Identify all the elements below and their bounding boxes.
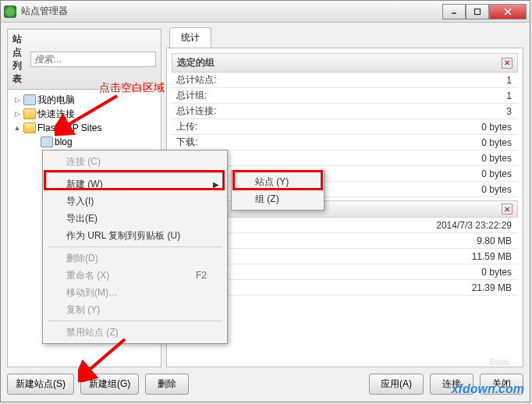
site-icon <box>41 136 53 147</box>
new-group-button[interactable]: 新建组(G) <box>80 374 139 395</box>
ctx-disable-site: 禁用站点 (Z) <box>44 324 225 341</box>
folder-icon <box>23 108 36 119</box>
group-header-selected: 选定的组 ✕ <box>172 53 518 73</box>
tree-item-blog[interactable]: blog <box>9 135 159 149</box>
ctx-import[interactable]: 导入(I) <box>44 193 225 210</box>
tab-bar: 统计 <box>166 29 523 48</box>
prop-row: 总计连接:3 <box>172 104 518 119</box>
tab-stats[interactable]: 统计 <box>169 27 211 48</box>
search-input[interactable] <box>30 51 156 67</box>
expand-icon[interactable]: ▷ <box>12 95 22 105</box>
ctx-rename: 重命名 (X)F2 <box>44 267 225 284</box>
expand-icon[interactable]: ▷ <box>12 109 22 119</box>
site-list-header: 站点列表 <box>12 33 24 86</box>
svg-rect-1 <box>475 9 481 14</box>
connect-button[interactable]: 连接 <box>430 374 473 395</box>
titlebar: 站点管理器 <box>1 1 530 23</box>
close-button[interactable] <box>489 4 527 19</box>
collapse-icon[interactable]: ▲ <box>12 123 22 133</box>
tree-item-quick-connect[interactable]: ▷ 快速连接 <box>9 107 159 121</box>
tree-item-my-computer[interactable]: ▷ 我的电脑 <box>9 93 159 107</box>
ctx-delete: 删除(D) <box>44 250 225 267</box>
prop-row: 总计组:1 <box>172 88 518 104</box>
clear-icon[interactable]: ✕ <box>502 58 512 69</box>
tree-item-flashfxp-sites[interactable]: ▲ FlashFXP Sites <box>9 121 159 135</box>
ctx-new-group[interactable]: 组 (Z) <box>233 190 322 207</box>
context-menu[interactable]: 连接 (C) 新建 (W)▶ 导入(I) 导出(E) 作为 URL 复制到剪贴板… <box>42 150 228 344</box>
prop-row: 下载:0 bytes <box>172 135 518 151</box>
window-title: 站点管理器 <box>21 5 442 18</box>
ctx-export[interactable]: 导出(E) <box>44 210 225 227</box>
computer-icon <box>23 94 36 105</box>
folder-icon <box>23 122 36 133</box>
footer-buttons: 新建站点(S) 新建组(G) 删除 应用(A) 连接 关闭 <box>7 372 523 395</box>
ctx-copy: 复制 (Y) <box>44 301 225 318</box>
tree-label: 我的电脑 <box>37 94 75 107</box>
apply-button[interactable]: 应用(A) <box>369 374 424 395</box>
tree-label: FlashFXP Sites <box>37 122 101 133</box>
ctx-new-site[interactable]: 站点 (Y) <box>233 173 322 190</box>
new-site-button[interactable]: 新建站点(S) <box>7 374 74 395</box>
ctx-copy-url[interactable]: 作为 URL 复制到剪贴板 (U) <box>44 227 225 244</box>
close-footer-button[interactable]: 关闭 <box>480 374 523 395</box>
clear-icon[interactable]: ✕ <box>502 204 512 214</box>
tree-label: blog <box>55 136 73 147</box>
tree-label: 快速连接 <box>37 108 75 121</box>
prop-row: 上传:0 bytes <box>172 119 518 135</box>
maximize-button[interactable] <box>466 4 489 19</box>
ctx-move-to: 移动到(M)… <box>44 284 225 301</box>
context-submenu-new[interactable]: 站点 (Y) 组 (Z) <box>231 170 325 211</box>
delete-button[interactable]: 删除 <box>145 374 189 395</box>
minimize-button[interactable] <box>442 4 466 19</box>
ctx-connect: 连接 (C) <box>44 153 225 170</box>
app-icon <box>4 5 16 18</box>
prop-row: 总计站点:1 <box>172 73 518 88</box>
ctx-new[interactable]: 新建 (W)▶ <box>44 175 225 193</box>
submenu-arrow-icon: ▶ <box>213 180 219 189</box>
